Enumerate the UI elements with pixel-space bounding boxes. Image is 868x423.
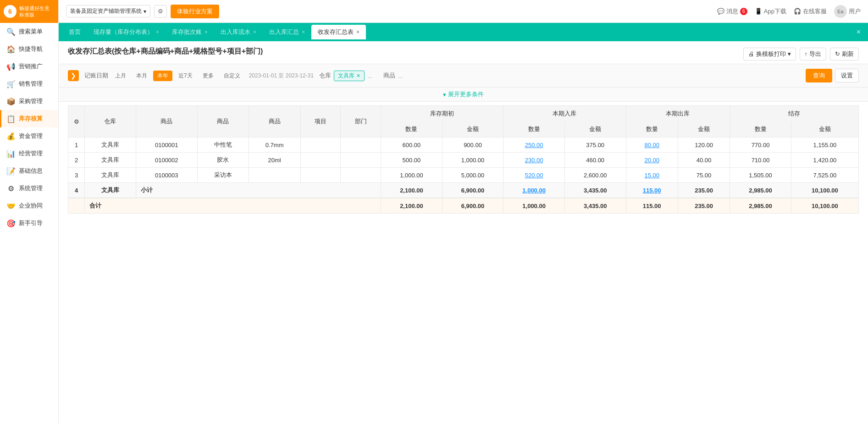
user-item[interactable]: Ea 用户: [834, 5, 861, 18]
sub-out-amt: 235.00: [678, 183, 730, 198]
trial-button[interactable]: 体验行业方案: [171, 5, 219, 18]
sidebar-item-basic[interactable]: 📝 基础信息: [0, 162, 58, 180]
cell-in-qty[interactable]: 250.00: [503, 137, 565, 153]
th-init-amt: 金额: [442, 121, 503, 137]
tab-close-icon[interactable]: ×: [356, 29, 359, 35]
refresh-button[interactable]: ↻ 刷新: [830, 48, 859, 60]
search-icon: 🔍: [7, 27, 15, 36]
th-balance: 结存: [730, 106, 859, 122]
export-label: 导出: [809, 50, 821, 58]
date-btn-更多[interactable]: 更多: [199, 71, 218, 81]
date-filter-label: 记账日期: [84, 71, 108, 80]
tab-bar-close-button[interactable]: ×: [853, 28, 864, 36]
sidebar-item-finance[interactable]: 💰 资金管理: [0, 127, 58, 145]
sidebar-item-guide[interactable]: 🎯 新手引导: [0, 214, 58, 232]
sidebar-item-quick[interactable]: 🏠 快捷导航: [0, 40, 58, 58]
sub-in-qty[interactable]: 1,000.00: [503, 183, 565, 198]
tab-首页[interactable]: 首页: [62, 25, 87, 39]
tab-现存量（库存分布表）[interactable]: 现存量（库存分布表） ×: [87, 25, 166, 39]
sub-in-qty-link[interactable]: 1,000.00: [522, 187, 546, 194]
out-qty-link[interactable]: 80.00: [644, 142, 659, 148]
footer-out-amt: 235.00: [678, 198, 730, 214]
date-btn-近7天[interactable]: 近7天: [174, 71, 197, 81]
messages-badge: 6: [740, 8, 747, 15]
cell-in-qty[interactable]: 230.00: [503, 153, 565, 168]
cell-init-qty: 600.00: [381, 137, 442, 153]
footer-in-qty: 1,000.00: [503, 198, 565, 214]
date-btn-本年[interactable]: 本年: [153, 71, 172, 81]
cell-out-qty[interactable]: 15.00: [626, 168, 678, 183]
tab-close-icon[interactable]: ×: [253, 29, 256, 35]
query-button[interactable]: 查询: [806, 69, 832, 82]
in-qty-link[interactable]: 520.00: [525, 172, 543, 179]
warehouse-more-button[interactable]: ...: [367, 72, 372, 79]
tab-close-icon[interactable]: ×: [302, 29, 305, 35]
in-qty-link[interactable]: 250.00: [525, 142, 543, 148]
date-btn-本月[interactable]: 本月: [132, 71, 151, 81]
page-title: 收发存汇总表(按仓库+商品编码+商品+规格型号+项目+部门): [68, 47, 743, 56]
th-in-amt: 金额: [564, 121, 626, 137]
sidebar-item-sales[interactable]: 🛒 销售管理: [0, 75, 58, 93]
cell-out-qty[interactable]: 20.00: [626, 153, 678, 168]
sidebar-item-label: 库存核算: [19, 115, 43, 123]
tab-收发存汇总表[interactable]: 收发存汇总表 ×: [311, 25, 366, 39]
sidebar-item-search[interactable]: 🔍 搜索菜单: [0, 23, 58, 40]
sidebar-item-label: 营销推广: [19, 62, 43, 71]
tab-close-icon[interactable]: ×: [156, 29, 159, 35]
out-qty-link[interactable]: 15.00: [644, 172, 659, 179]
app-download-item[interactable]: 📱 App下载: [755, 7, 786, 16]
messages-item[interactable]: 💬 消息 6: [717, 7, 747, 16]
cell-no: 3: [68, 168, 85, 183]
th-in: 本期入库: [503, 106, 626, 122]
th-out-qty: 数量: [626, 121, 678, 137]
tab-库存批次账[interactable]: 库存批次账 ×: [166, 25, 214, 39]
date-btn-上月[interactable]: 上月: [111, 71, 130, 81]
th-in-qty: 数量: [503, 121, 565, 137]
sidebar-item-operation[interactable]: 📊 经营管理: [0, 145, 58, 162]
sidebar-item-marketing[interactable]: 📢 营销推广: [0, 58, 58, 75]
warehouse-tag-close-icon[interactable]: ✕: [356, 73, 360, 79]
in-qty-link[interactable]: 230.00: [525, 157, 543, 164]
cell-in-amt: 2,600.00: [564, 168, 626, 183]
tab-close-icon[interactable]: ×: [205, 29, 208, 35]
logo-text: 畅捷通好生意标准版: [19, 5, 50, 18]
enterprise-icon: 🤝: [7, 202, 15, 210]
cell-out-qty[interactable]: 80.00: [626, 137, 678, 153]
user-label: 用户: [849, 7, 861, 16]
tab-出入库流水[interactable]: 出入库流水 ×: [214, 25, 263, 39]
cell-in-qty[interactable]: 520.00: [503, 168, 565, 183]
avatar-text: Ea: [837, 9, 843, 14]
sidebar-logo: 6 畅捷通好生意标准版: [0, 0, 58, 23]
sidebar-item-inventory[interactable]: 📋 库存核算: [0, 110, 58, 127]
filter-toggle-button[interactable]: ❯: [68, 70, 79, 81]
close-icon: ×: [857, 28, 861, 36]
sub-out-qty[interactable]: 115.00: [626, 183, 678, 198]
th-settings[interactable]: ⚙: [68, 106, 85, 137]
goods-more-button[interactable]: ...: [398, 72, 403, 79]
sub-out-qty-link[interactable]: 115.00: [643, 187, 661, 194]
topbar-right: 💬 消息 6 📱 App下载 🎧 在线客服 Ea 用户: [717, 5, 861, 18]
expand-more-button[interactable]: ▾ 展开更多条件: [443, 90, 484, 99]
export-button[interactable]: ↑ 导出: [800, 48, 827, 60]
system-selector[interactable]: 装备及固定资产辅助管理系统 ▾: [66, 5, 150, 17]
footer-init-qty: 2,100.00: [381, 198, 442, 214]
cell-no: 2: [68, 153, 85, 168]
sidebar-item-system[interactable]: ⚙ 系统管理: [0, 180, 58, 197]
template-print-button[interactable]: 🖨 换模板打印 ▾: [743, 48, 796, 60]
online-service-item[interactable]: 🎧 在线客服: [794, 7, 827, 16]
setting-button[interactable]: 设置: [835, 69, 859, 82]
system-icon: ⚙: [7, 184, 15, 192]
out-qty-link[interactable]: 20.00: [644, 157, 659, 164]
tab-出入库汇总[interactable]: 出入库汇总 ×: [263, 25, 311, 39]
cell-out-amt: 120.00: [678, 137, 730, 153]
cell-warehouse: 文具库: [85, 137, 136, 153]
tab-label: 收发存汇总表: [318, 28, 354, 36]
date-btn-自定义[interactable]: 自定义: [220, 71, 244, 81]
sidebar-item-label: 快捷导航: [19, 45, 43, 53]
warehouse-tag[interactable]: 文具库 ✕: [334, 71, 365, 81]
sidebar-item-enterprise[interactable]: 🤝 企业协同: [0, 197, 58, 214]
sidebar-item-purchase[interactable]: 📦 采购管理: [0, 93, 58, 110]
topbar: 装备及固定资产辅助管理系统 ▾ ⚙ 体验行业方案 💬 消息 6 📱 App下载 …: [59, 0, 868, 23]
chevron-down-icon: ▾: [144, 8, 146, 15]
settings-icon[interactable]: ⚙: [154, 5, 167, 18]
